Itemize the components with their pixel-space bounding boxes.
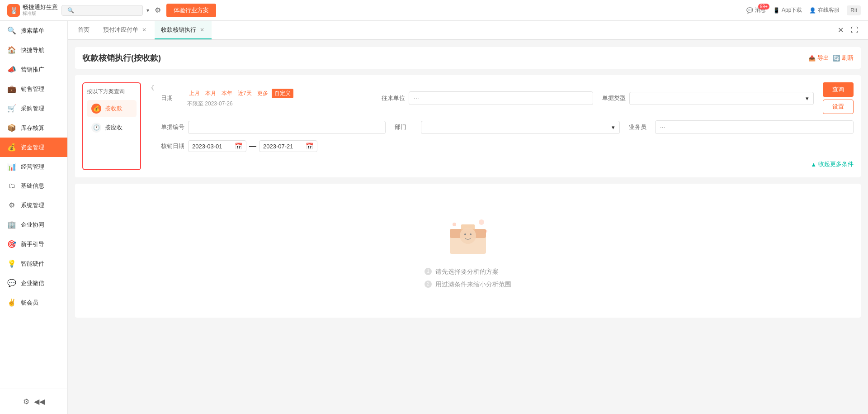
verify-start-input[interactable] [192, 143, 233, 150]
header-dropdown[interactable]: ▾ [146, 7, 149, 14]
gear-button[interactable]: ⚙ [153, 4, 163, 16]
doc-no-filter-field: 单据编号 [161, 121, 386, 134]
tab-prepay-offset[interactable]: 预付冲应付单 ✕ [97, 21, 154, 39]
sidebar-item-wechat[interactable]: 💬 企业微信 [0, 273, 67, 293]
collapse-more-button[interactable]: ▲ 收起更多条件 [161, 158, 854, 170]
empty-tip-1: 1 请先选择要分析的方案 [425, 265, 511, 278]
date-btn-more[interactable]: 更多 [255, 89, 270, 98]
filter-row-3: 核销日期 📅 — 📅 [161, 140, 854, 152]
date-btn-this-month[interactable]: 本月 [203, 89, 218, 98]
date-btn-custom[interactable]: 自定义 [272, 89, 293, 98]
logo-area: 🐰 畅捷通好生意 标准版 [7, 4, 58, 17]
tip-num-2: 2 [425, 281, 432, 288]
tab-home[interactable]: 首页 [71, 21, 96, 39]
top-search-bar[interactable]: 🔍 [61, 5, 143, 16]
hardware-icon: 💡 [7, 259, 16, 268]
sidebar-item-marketing[interactable]: 📣 营销推广 [0, 60, 67, 79]
sidebar-item-quick-nav[interactable]: 🏠 快捷导航 [0, 40, 67, 60]
sidebar-item-search-menu[interactable]: 🔍 搜索菜单 [0, 21, 67, 40]
date-btn-this-year[interactable]: 本年 [220, 89, 234, 98]
verify-end-input[interactable] [263, 143, 304, 150]
date-btn-last-month[interactable]: 上月 [187, 89, 202, 98]
verify-start-calendar-icon[interactable]: 📅 [235, 143, 242, 150]
verify-date-filter-field: 核销日期 📅 — 📅 [161, 140, 854, 152]
trial-button[interactable]: 体验行业方案 [166, 4, 216, 17]
svg-point-8 [485, 230, 487, 233]
sidebar-item-guide[interactable]: 🎯 新手引导 [0, 234, 67, 254]
refresh-button[interactable]: 🔄 刷新 [833, 54, 854, 62]
refresh-label: 刷新 [842, 54, 854, 62]
tab-receipt-close[interactable]: ✕ [199, 26, 205, 34]
empty-tips: 1 请先选择要分析的方案 2 用过滤条件来缩小分析范围 [425, 265, 511, 290]
filter-option-by-receivable[interactable]: 🕐 按应收 [87, 119, 137, 136]
sidebar-label-vip: 畅会员 [21, 299, 38, 307]
doc-type-filter-field: 单据类型 ▾ [602, 92, 814, 105]
wechat-icon: 💬 [7, 279, 16, 287]
service-icon: 👤 [809, 7, 816, 14]
sidebar-item-basic-info[interactable]: 🗂 基础信息 [0, 176, 67, 195]
tip-2-text: 用过滤条件来缩小分析范围 [435, 278, 511, 290]
date-range-separator: — [249, 142, 256, 150]
sidebar-item-finance[interactable]: 💰 资金管理 [0, 138, 67, 157]
tab-prepay-close[interactable]: ✕ [141, 26, 147, 34]
page-content: 收款核销执行(按收款) 📤 导出 🔄 刷新 按以下方案查询 [68, 40, 868, 414]
header-right: 💬 消息 99+ 📱 App下载 👤 在线客服 Rit [746, 5, 861, 15]
filter-option-by-receipt[interactable]: 💰 按收款 [87, 100, 137, 117]
sidebar-item-hardware[interactable]: 💡 智能硬件 [0, 254, 67, 273]
sidebar-item-vip[interactable]: ✌ 畅会员 [0, 293, 67, 312]
tab-close-all-button[interactable]: ✕ [835, 24, 846, 36]
sidebar-label-quick-nav: 快捷导航 [21, 46, 44, 54]
sidebar-label-business: 经营管理 [21, 163, 44, 171]
message-icon: 💬 [746, 7, 753, 14]
collapse-left-icon: 《 [148, 84, 154, 92]
export-button[interactable]: 📤 导出 [808, 54, 829, 62]
verify-end-calendar-icon[interactable]: 📅 [306, 143, 313, 150]
app-download-action[interactable]: 📱 App下载 [773, 6, 802, 14]
basic-info-icon: 🗂 [7, 182, 16, 190]
logo-icon: 🐰 [7, 4, 20, 17]
tab-prepay-label: 预付冲应付单 [103, 26, 138, 34]
sidebar-item-system[interactable]: ⚙ 系统管理 [0, 195, 67, 215]
sidebar-bottom-settings[interactable]: ⚙ ◀◀ [0, 393, 67, 410]
tab-fullscreen-button[interactable]: ⛶ [848, 24, 861, 36]
doc-no-label: 单据编号 [161, 123, 184, 131]
download-icon: 📱 [773, 7, 780, 14]
filter-panel-collapse-button[interactable]: 《 [146, 82, 156, 92]
counterparty-filter-field: 往来单位 ··· [382, 91, 593, 105]
search-menu-icon: 🔍 [7, 26, 16, 35]
doc-type-select[interactable]: ▾ [629, 92, 814, 105]
tabs-actions: ✕ ⛶ [831, 21, 864, 39]
sidebar-item-enterprise[interactable]: 🏢 企业协同 [0, 215, 67, 234]
dept-chevron-icon: ▾ [612, 124, 615, 131]
staff-input[interactable]: ··· [655, 120, 854, 134]
collapse-more-icon: ▲ [811, 161, 816, 168]
date-shortcuts: 上月 本月 本年 近7天 更多 自定义 [187, 89, 293, 98]
sidebar: 🔍 搜索菜单 🏠 快捷导航 📣 营销推广 💼 销售管理 🛒 采购管理 📦 库存核… [0, 21, 68, 414]
doc-no-input[interactable] [188, 121, 386, 134]
page-header-actions: 📤 导出 🔄 刷新 [808, 54, 854, 62]
svg-point-5 [470, 233, 472, 235]
app-name: 畅捷通好生意 [23, 4, 58, 11]
by-receivable-label: 按应收 [105, 124, 123, 132]
sidebar-item-sales[interactable]: 💼 销售管理 [0, 79, 67, 99]
sidebar-item-inventory[interactable]: 📦 库存核算 [0, 118, 67, 138]
doc-type-chevron-icon: ▾ [806, 95, 809, 102]
page-title: 收款核销执行(按收款) [82, 52, 161, 63]
user-avatar[interactable]: Rit [847, 5, 861, 15]
date-btn-7days[interactable]: 近7天 [236, 89, 254, 98]
counterparty-input[interactable]: ··· [409, 91, 593, 105]
online-service-action[interactable]: 👤 在线客服 [809, 6, 840, 14]
dept-select[interactable]: ▾ [421, 121, 619, 134]
sidebar-label-enterprise: 企业协同 [21, 221, 44, 229]
empty-illustration [441, 211, 495, 256]
setting-button[interactable]: 设置 [823, 100, 854, 114]
vip-icon: ✌ [7, 298, 16, 307]
svg-point-4 [464, 233, 466, 235]
search-icon: 🔍 [67, 7, 74, 14]
sidebar-item-business[interactable]: 📊 经营管理 [0, 157, 67, 176]
tab-receipt-offset[interactable]: 收款核销执行 ✕ [155, 21, 212, 39]
message-action[interactable]: 💬 消息 99+ [746, 6, 766, 14]
query-button[interactable]: 查询 [823, 82, 854, 97]
sidebar-item-purchase[interactable]: 🛒 采购管理 [0, 99, 67, 118]
message-badge: 99+ [758, 4, 769, 10]
